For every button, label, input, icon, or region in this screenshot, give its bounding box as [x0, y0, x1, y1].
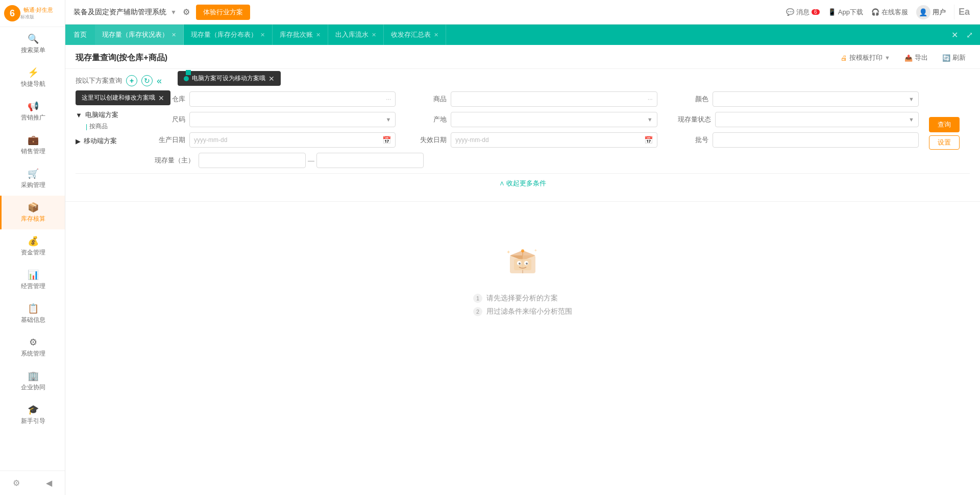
origin-label: 产地 — [416, 115, 447, 124]
more-conditions-icon: ∧ — [499, 179, 505, 187]
sidebar-item-search[interactable]: 🔍 搜索菜单 — [0, 27, 65, 61]
sidebar-label-basic: 基础信息 — [21, 316, 45, 324]
system-title: 装备及固定资产辅助管理系统 — [74, 8, 166, 17]
sidebar-item-guide[interactable]: 🎓 新手引导 — [0, 398, 65, 432]
warehouse-select[interactable]: ··· — [189, 91, 396, 107]
sidebar-item-system[interactable]: ⚙ 系统管理 — [0, 331, 65, 364]
size-arrow: ▼ — [385, 116, 391, 123]
color-select[interactable]: ▼ — [713, 91, 919, 107]
expiry-date-input[interactable]: yyyy-mm-dd 📅 — [451, 132, 657, 148]
refresh-btn[interactable]: 🔄 刷新 — [938, 51, 970, 64]
tab-expand-btn[interactable]: ⤢ — [963, 29, 976, 41]
filter-section: 按以下方案查询 + ↻ « 电脑方案可设为移动方案哦 ✕ — [65, 69, 980, 202]
tooltip1-dot — [184, 76, 189, 81]
sidebar-item-finance[interactable]: 💰 资金管理 — [0, 229, 65, 263]
filter-refresh-btn[interactable]: ↻ — [141, 75, 153, 86]
sidebar-label-inventory: 库存核算 — [21, 215, 45, 223]
sidebar-item-quick[interactable]: ⚡ 快捷导航 — [0, 61, 65, 95]
tab-home[interactable]: 首页 — [65, 25, 95, 45]
goods-select[interactable]: ··· — [451, 91, 657, 107]
tooltip2: 这里可以创建和修改方案哦 ✕ — [76, 90, 170, 105]
sidebar-item-inventory[interactable]: 📦 库存核算 — [0, 196, 65, 229]
tab-inout-close[interactable]: ✕ — [372, 32, 376, 38]
filter-header: 按以下方案查询 + ↻ « 电脑方案可设为移动方案哦 ✕ — [76, 75, 970, 86]
field-size: 尺码 ▼ — [155, 112, 396, 127]
tab-inventory-status-close[interactable]: ✕ — [172, 32, 176, 38]
sidebar-item-marketing[interactable]: 📢 营销推广 — [0, 95, 65, 128]
filter-add-btn[interactable]: + — [126, 75, 137, 86]
collapse-button[interactable]: ◀ — [44, 476, 54, 490]
stock-main-to[interactable] — [316, 153, 424, 168]
user-item[interactable]: 👤 用户 — [916, 5, 946, 19]
scheme-pc[interactable]: ▼ 电脑端方案 — [76, 109, 155, 121]
stock-main-range: — — [199, 153, 424, 168]
range-separator: — — [308, 157, 314, 164]
tab-inventory-dist[interactable]: 现存量（库存分布表） ✕ — [184, 25, 273, 45]
sidebar-item-sales[interactable]: 💼 销售管理 — [0, 128, 65, 162]
tab-inventory-dist-label: 现存量（库存分布表） — [191, 30, 257, 39]
page-container: 现存量查询(按仓库+商品) 🖨 按模板打印 ▼ 📤 导出 🔄 刷新 — [65, 45, 980, 495]
scheme-pc-child[interactable]: | 按商品 — [86, 121, 155, 132]
page-actions: 🖨 按模板打印 ▼ 📤 导出 🔄 刷新 — [837, 51, 970, 64]
print-btn[interactable]: 🖨 按模板打印 ▼ — [837, 51, 894, 64]
tab-inventory-status[interactable]: 现存量（库存状况表） ✕ — [95, 25, 184, 45]
scheme-mobile[interactable]: ▶ 移动端方案 — [76, 135, 155, 147]
system-icon: ⚙ — [29, 337, 37, 348]
stock-main-from[interactable] — [199, 153, 306, 168]
tab-summary[interactable]: 收发存汇总表 ✕ — [384, 25, 446, 45]
sidebar-label-finance: 资金管理 — [21, 248, 45, 257]
export-label: 导出 — [915, 53, 928, 62]
settings-button[interactable]: ⚙ — [11, 476, 22, 490]
tab-close-all-btn[interactable]: ✕ — [948, 29, 961, 41]
tooltip1-close[interactable]: ✕ — [268, 75, 275, 83]
field-color: 颜色 ▼ — [678, 91, 919, 107]
stock-status-arrow: ▼ — [909, 116, 914, 123]
sidebar-item-enterprise[interactable]: 🏢 企业协同 — [0, 364, 65, 398]
finance-icon: 💰 — [28, 235, 39, 247]
tab-batch[interactable]: 库存批次账 ✕ — [273, 25, 328, 45]
expiry-date-label: 失效日期 — [416, 135, 447, 145]
search-icon: 🔍 — [28, 33, 39, 44]
tab-summary-close[interactable]: ✕ — [434, 32, 438, 38]
goods-label: 商品 — [416, 95, 447, 104]
messages-item[interactable]: 💬 消息 6 — [786, 8, 820, 17]
app-download-label: App下载 — [838, 8, 863, 17]
stock-status-select[interactable]: ▼ — [715, 112, 919, 127]
filter-back-btn[interactable]: « — [157, 76, 162, 86]
user-label: 用户 — [933, 8, 946, 17]
trial-btn[interactable]: 体验行业方案 — [196, 5, 250, 20]
sidebar-item-operation[interactable]: 📊 经营管理 — [0, 263, 65, 297]
empty-num-1: 1 — [473, 294, 482, 303]
tab-inventory-dist-close[interactable]: ✕ — [260, 32, 265, 38]
header-left: 装备及固定资产辅助管理系统 ▼ ⚙ 体验行业方案 — [74, 5, 250, 20]
origin-select[interactable]: ▼ — [451, 112, 657, 127]
tab-batch-close[interactable]: ✕ — [316, 32, 321, 38]
guide-icon: 🎓 — [28, 404, 39, 415]
header-settings-icon[interactable]: ⚙ — [181, 5, 192, 19]
sidebar-item-purchase[interactable]: 🛒 采购管理 — [0, 162, 65, 196]
filter-row1: 仓库 ··· 商品 ··· — [155, 91, 970, 107]
operation-icon: 📊 — [28, 269, 39, 280]
export-btn[interactable]: 📤 导出 — [900, 51, 932, 64]
tooltip2-close[interactable]: ✕ — [158, 94, 164, 102]
search-btn[interactable]: 查询 — [929, 117, 960, 132]
sidebar-nav: 🔍 搜索菜单 ⚡ 快捷导航 📢 营销推广 💼 销售管理 🛒 采购管理 📦 库存核… — [0, 27, 65, 470]
ea-text: Ea — [954, 5, 972, 19]
app-download-item[interactable]: 📱 App下载 — [828, 8, 863, 17]
sidebar-item-basic[interactable]: 📋 基础信息 — [0, 297, 65, 331]
reset-btn[interactable]: 设置 — [929, 135, 960, 150]
warehouse-dots: ··· — [386, 96, 391, 103]
connector-dot1 — [186, 70, 191, 75]
tab-batch-label: 库存批次账 — [280, 30, 313, 39]
online-support-item[interactable]: 🎧 在线客服 — [871, 8, 908, 17]
scheme-pc-label: 电脑端方案 — [85, 110, 118, 120]
more-conditions[interactable]: ∧ 收起更多条件 — [76, 173, 970, 193]
content-area: 现存量查询(按仓库+商品) 🖨 按模板打印 ▼ 📤 导出 🔄 刷新 — [65, 45, 980, 495]
tab-inout[interactable]: 出入库流水 ✕ — [328, 25, 384, 45]
size-select[interactable]: ▼ — [189, 112, 396, 127]
scheme-mobile-label: 移动端方案 — [84, 136, 117, 146]
empty-icon-svg: ✦ ✦ ✦ — [497, 232, 548, 284]
stock-status-label: 现存量状态 — [678, 115, 711, 124]
production-date-input[interactable]: yyyy-mm-dd 📅 — [189, 132, 396, 148]
batch-no-input[interactable] — [713, 132, 919, 148]
